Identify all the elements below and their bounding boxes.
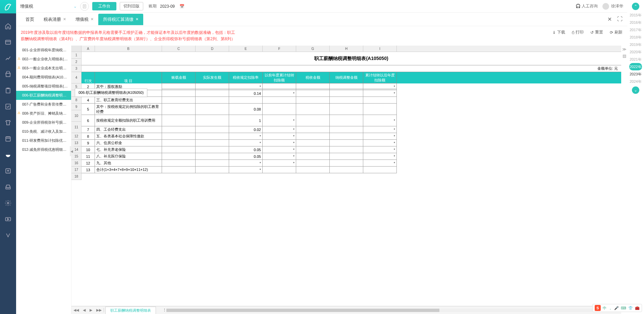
value-cell[interactable] [162,133,196,140]
horizontal-scrollbar[interactable]: ⋮ [163,308,621,312]
value-cell[interactable]: 0.14 [229,90,263,97]
row-header[interactable]: 16 [71,160,82,167]
value-cell[interactable] [162,83,196,90]
value-cell[interactable] [330,115,363,126]
refresh-button[interactable]: ⟳ 刷新 [610,29,623,35]
value-cell[interactable] [162,126,196,133]
close-icon[interactable]: ✕ [136,17,139,21]
reset-button[interactable]: ↺ 重置 [590,29,603,35]
gear-icon[interactable] [5,200,11,206]
year-button[interactable]: 2018年 [629,34,642,41]
close-icon[interactable]: ✕ [91,17,94,21]
value-cell[interactable]: * [263,146,296,153]
value-cell[interactable] [330,167,363,173]
value-cell[interactable] [330,146,363,153]
value-cell[interactable]: 1 [229,115,263,126]
ime-skin-icon[interactable]: 👕 [628,306,633,310]
value-cell[interactable]: * [363,133,397,140]
ime-tool-icon[interactable]: 🧰 [635,306,640,310]
row-header[interactable]: 12 [71,133,82,140]
expand-icon[interactable]: ⛶ [617,16,623,22]
tree-item[interactable]: 006-职工薪酬纳税调整明细... [16,91,71,100]
value-cell[interactable]: * [263,153,296,160]
v-icon[interactable] [5,232,11,239]
row-header[interactable]: 2 [71,59,82,65]
value-cell[interactable] [330,140,363,146]
value-cell[interactable]: * [263,140,296,146]
value-cell[interactable] [196,83,229,90]
panel-menu-icon[interactable]: ▤ [623,54,626,58]
tab-首页[interactable]: 首页 [21,14,39,25]
value-cell[interactable] [162,167,196,173]
year-up-icon[interactable]: ⌃ [632,3,639,10]
year-button[interactable]: 2016年 [629,19,642,26]
bag-icon[interactable] [5,71,11,78]
download-button[interactable]: ⇓ 下载 [552,29,565,35]
tree-item[interactable]: ⚠008-资产折旧、摊销及纳税... [16,109,71,118]
doc-icon-button[interactable] [80,2,89,11]
tree-item[interactable]: 004-期间费用明细表(A1040... [16,73,71,82]
clipboard-icon[interactable] [5,87,11,94]
value-cell[interactable]: * [363,160,397,167]
ime-mic-icon[interactable]: 🎤 [614,306,619,310]
year-button[interactable]: 2021年 [629,56,642,63]
value-cell[interactable] [330,90,363,97]
value-cell[interactable]: 0.08 [229,104,263,115]
video-icon[interactable] [5,216,11,223]
value-cell[interactable] [330,126,363,133]
value-cell[interactable]: 0.02 [229,126,263,133]
sheet-nav-last[interactable]: ▶▶ [94,308,104,312]
value-cell[interactable] [162,160,196,167]
value-cell[interactable] [162,97,196,104]
row-header[interactable]: 17 [71,167,82,173]
value-cell[interactable]: * [229,83,263,90]
row-header[interactable]: 4 [71,72,82,83]
row-header[interactable]: 18 [71,173,82,180]
row-header[interactable]: 8 [71,97,82,104]
value-cell[interactable] [330,160,363,167]
value-cell[interactable] [162,115,196,126]
value-cell[interactable] [196,126,229,133]
value-cell[interactable] [330,153,363,160]
value-cell[interactable] [263,83,296,90]
value-cell[interactable] [196,133,229,140]
row-header[interactable]: 10 [71,110,82,122]
sheet-tab[interactable]: 职工薪酬纳税调整明细表 [105,307,156,314]
value-cell[interactable]: * [263,126,296,133]
value-cell[interactable] [263,167,296,173]
tax-type-dropdown[interactable]: 增值税 ⌄ [20,3,77,9]
sheet-nav-next[interactable]: ▶ [88,308,94,312]
value-cell[interactable]: * [363,126,397,133]
year-button[interactable]: 2022年 [629,63,642,70]
value-cell[interactable] [296,133,330,140]
tab-增值税[interactable]: 增值税✕ [71,14,98,25]
tree-item[interactable]: 010-免税、减计收入及加计... [16,127,71,136]
user-menu[interactable]: 徐泽华 [602,3,623,10]
value-cell[interactable] [162,90,196,97]
workbench-button[interactable]: 工作台 [92,2,116,10]
calendar-icon[interactable] [5,135,11,142]
tree-item[interactable]: ⚠002-一般企业收入明细表(A... [16,55,71,64]
year-button[interactable]: 2019年 [629,41,642,48]
value-cell[interactable] [330,97,363,104]
check-doc-icon[interactable] [5,103,11,110]
value-cell[interactable]: * [229,133,263,140]
value-cell[interactable] [363,97,397,104]
value-cell[interactable] [296,90,330,97]
value-cell[interactable] [296,126,330,133]
value-cell[interactable]: * [363,153,397,160]
value-cell[interactable]: * [229,167,263,173]
ime-lang[interactable]: 中 [603,306,606,311]
row-header[interactable]: 13 [71,140,82,146]
upload-icon[interactable] [5,168,11,174]
value-cell[interactable]: * [363,90,397,97]
value-cell[interactable] [296,140,330,146]
tree-item[interactable]: 007-广告费和业务宣传费跨... [16,100,71,109]
soup-icon[interactable] [5,151,11,158]
tab-所得税汇算清缴[interactable]: 所得税汇算清缴✕ [98,14,143,25]
value-cell[interactable]: 0.05 [229,146,263,153]
tree-item[interactable]: 005-纳税调整项目明细表(A1... [16,82,71,91]
ime-keyboard-icon[interactable]: ⌨ [621,306,626,310]
consult-link[interactable]: 🎧 人工咨询 [576,3,598,9]
inbox-icon[interactable] [5,184,11,190]
